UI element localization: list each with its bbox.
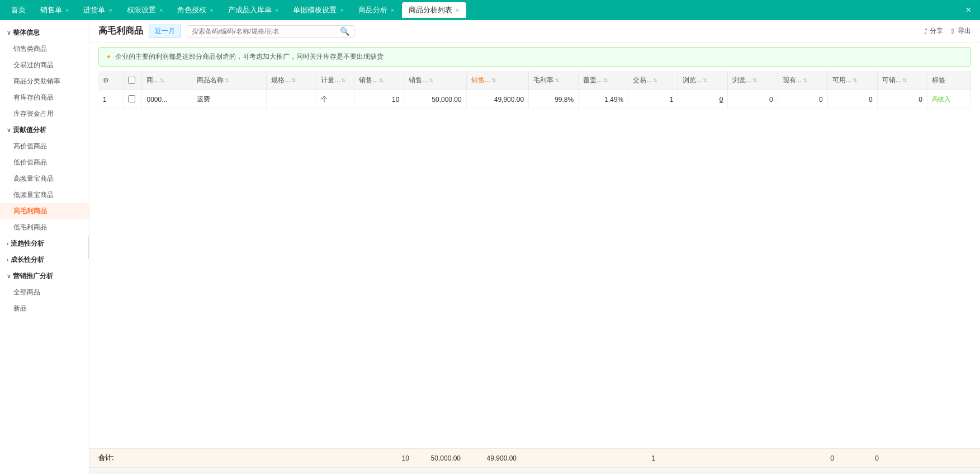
cell-sales-qty: 10 xyxy=(354,90,404,109)
growth-arrow: › xyxy=(7,257,8,263)
export-button[interactable]: ⇧ 导出 xyxy=(950,26,971,36)
th-spec[interactable]: 规格...⇅ xyxy=(267,71,316,90)
th-sales-qty[interactable]: 销售...⇅ xyxy=(354,71,404,90)
th-sales-amount[interactable]: 销售...⇅ xyxy=(404,71,466,90)
top-nav: 首页 销售单 × 进货单 × 权限设置 × 角色授权 × 产成品入库单 × 单据… xyxy=(0,0,980,20)
browse1-link[interactable]: 0 xyxy=(719,96,723,104)
cell-browse2: 0 xyxy=(728,90,778,109)
table-row: 1 0000... 运费 个 10 50,000.00 49,900.00 99… xyxy=(98,90,971,109)
sidebar-item-inventory-ratio[interactable]: 库存资金占用 xyxy=(0,106,89,122)
cell-available: 0 xyxy=(827,90,877,109)
tab-home[interactable]: 首页 xyxy=(4,2,32,18)
footer-sales-profit: 49,900.00 xyxy=(465,454,521,462)
tab-product-analysis[interactable]: 商品分析 × xyxy=(352,2,401,18)
marketing-arrow: ∨ xyxy=(7,273,11,279)
filter-month-button[interactable]: 近一月 xyxy=(149,25,181,37)
th-coverage[interactable]: 覆盖...⇅ xyxy=(579,71,628,90)
th-sellable[interactable]: 可销...⇅ xyxy=(877,71,927,90)
close-role-permissions[interactable]: × xyxy=(210,7,213,13)
search-input[interactable] xyxy=(192,27,338,35)
window-close-button[interactable]: × xyxy=(962,5,976,15)
tab-sales-order[interactable]: 销售单 × xyxy=(34,2,75,18)
th-trade[interactable]: 交易...⇅ xyxy=(628,71,678,90)
th-unit[interactable]: 计量...⇅ xyxy=(316,71,354,90)
close-product-analysis-list[interactable]: × xyxy=(456,7,459,13)
close-permission-settings[interactable]: × xyxy=(159,7,163,13)
tab-purchase-order[interactable]: 进货单 × xyxy=(77,2,119,18)
cell-trade: 1 xyxy=(628,90,678,109)
sidebar-item-sales-goods[interactable]: 销售类商品 xyxy=(0,41,89,57)
close-product-analysis[interactable]: × xyxy=(391,7,394,13)
select-all-checkbox[interactable] xyxy=(128,77,135,84)
close-single-template[interactable]: × xyxy=(340,7,343,13)
wealth-arrow: ∨ xyxy=(7,127,11,133)
footer-trade: 1 xyxy=(610,454,655,462)
sidebar-item-new-goods[interactable]: 新品 xyxy=(0,301,89,317)
sidebar-group-growth[interactable]: › 成长性分析 xyxy=(0,252,89,268)
overall-arrow: ∨ xyxy=(7,30,11,36)
data-table: ⚙ 商...⇅ 商品名称⇅ 规格...⇅ xyxy=(98,71,971,109)
close-sales-order[interactable]: × xyxy=(65,7,69,13)
sidebar-item-high-frequency[interactable]: 高频量宝商品 xyxy=(0,171,89,187)
sidebar-item-low-frequency[interactable]: 低频量宝商品 xyxy=(0,187,89,203)
th-checkbox[interactable] xyxy=(124,71,142,90)
search-box: 🔍 xyxy=(187,25,354,37)
table-wrapper[interactable]: ⚙ 商...⇅ 商品名称⇅ 规格...⇅ xyxy=(89,71,980,448)
th-sales-profit[interactable]: 销售...⇅ xyxy=(466,71,528,90)
cell-checkbox[interactable] xyxy=(124,90,142,109)
footer-sellable: 0 xyxy=(834,454,879,462)
th-code[interactable]: 商...⇅ xyxy=(142,71,192,90)
sort-margin-rate-icon: ⇅ xyxy=(555,77,559,83)
cell-sellable: 0 xyxy=(877,90,927,109)
sidebar-group-wealth[interactable]: ∨ 贡献值分析 xyxy=(0,122,89,138)
th-tag[interactable]: 标签 xyxy=(927,71,970,90)
sort-unit-icon: ⇅ xyxy=(341,77,345,83)
sidebar-group-overall[interactable]: ∨ 整体信息 xyxy=(0,25,89,41)
sidebar-item-traded-goods[interactable]: 交易过的商品 xyxy=(0,57,89,73)
table-footer: 合计: 10 50,000.00 49,900.00 1 0 0 xyxy=(89,448,980,467)
th-available[interactable]: 可用...⇅ xyxy=(827,71,877,90)
cell-name[interactable]: 运费 xyxy=(192,90,267,109)
bottom-scrollbar[interactable] xyxy=(89,467,980,474)
th-browse1[interactable]: 浏览...⇅ xyxy=(678,71,728,90)
sidebar-item-high-value[interactable]: 高价值商品 xyxy=(0,138,89,154)
tab-role-permissions[interactable]: 角色授权 × xyxy=(171,2,220,18)
export-icon: ⇧ xyxy=(950,27,955,35)
sidebar-collapse-button[interactable]: « xyxy=(88,236,89,259)
row-checkbox[interactable] xyxy=(128,95,135,102)
cell-code[interactable]: 0000... xyxy=(142,90,192,109)
sidebar-item-low-value[interactable]: 低价值商品 xyxy=(0,154,89,171)
close-product-entry[interactable]: × xyxy=(275,7,278,13)
sidebar-item-low-margin[interactable]: 低毛利商品 xyxy=(0,219,89,236)
share-button[interactable]: ⤴ 分享 xyxy=(924,26,943,36)
sort-browse1-icon: ⇅ xyxy=(703,77,707,83)
footer-available: 0 xyxy=(789,454,834,462)
cell-browse1[interactable]: 0 xyxy=(678,90,728,109)
close-purchase-order[interactable]: × xyxy=(108,7,112,13)
footer-sales-amount: 50,000.00 xyxy=(409,454,465,462)
cell-current: 0 xyxy=(778,90,827,109)
sidebar-item-all-goods[interactable]: 全部商品 xyxy=(0,284,89,301)
tab-product-analysis-list[interactable]: 商品分析列表 × xyxy=(402,2,466,18)
th-browse2[interactable]: 浏览...⇅ xyxy=(728,71,778,90)
sidebar-item-high-margin[interactable]: 高毛利商品 xyxy=(0,203,89,219)
tab-single-template[interactable]: 单据模板设置 × xyxy=(286,2,350,18)
sidebar-group-marketing[interactable]: ∨ 营销推广分析 xyxy=(0,268,89,284)
th-name[interactable]: 商品名称⇅ xyxy=(192,71,267,90)
th-settings[interactable]: ⚙ xyxy=(98,71,124,90)
info-banner: ✦ 企业的主要的利润都是这部分商品创造的，可考虑加大推广，同时关注库存是不要出现… xyxy=(98,47,971,67)
sidebar-item-goods-assist-rate[interactable]: 商品分类助销率 xyxy=(0,73,89,90)
sidebar-group-trend[interactable]: › 流趋性分析 xyxy=(0,236,89,252)
th-current[interactable]: 现有...⇅ xyxy=(778,71,827,90)
tab-product-entry[interactable]: 产成品入库单 × xyxy=(221,2,285,18)
footer-sales-qty: 10 xyxy=(364,454,409,462)
tab-permission-settings[interactable]: 权限设置 × xyxy=(120,2,169,18)
trend-arrow: › xyxy=(7,241,8,247)
sidebar-item-inventory-goods[interactable]: 有库存的商品 xyxy=(0,90,89,106)
search-icon[interactable]: 🔍 xyxy=(340,27,349,36)
cell-sales-amount: 50,000.00 xyxy=(404,90,466,109)
sort-code-icon: ⇅ xyxy=(160,77,164,83)
sort-spec-icon: ⇅ xyxy=(291,77,296,83)
sort-coverage-icon: ⇅ xyxy=(603,77,608,83)
th-margin-rate[interactable]: 毛利率⇅ xyxy=(529,71,579,90)
